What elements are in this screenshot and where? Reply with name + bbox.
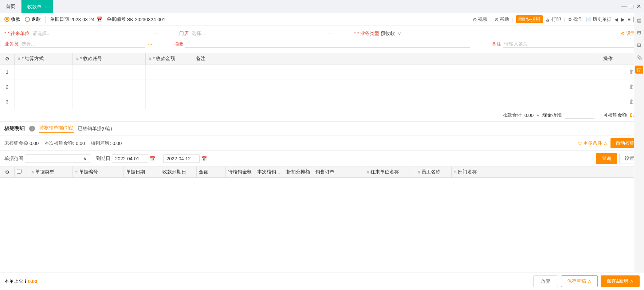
shortcut-icon: ⌨ — [518, 17, 525, 22]
sort-icon: ⇅ — [366, 170, 369, 174]
summary-input[interactable] — [185, 40, 470, 48]
save-draft-label: 保存草稿 ∧ — [567, 278, 592, 285]
td-amount-2[interactable] — [146, 79, 193, 94]
maximize-icon[interactable]: □ — [630, 3, 633, 10]
tab-home[interactable]: 首页 — [0, 0, 21, 13]
discount-input[interactable] — [565, 111, 594, 119]
calendar-from-icon[interactable]: 📅 — [150, 156, 156, 161]
help-action[interactable]: ⊙ 帮助 — [495, 16, 509, 23]
sidebar-icon-attach[interactable]: 📎 — [635, 53, 643, 61]
td-amount-3[interactable] — [146, 94, 193, 109]
delete-icon-3[interactable]: 🗑 — [629, 99, 634, 105]
th-gear[interactable]: ⚙ — [0, 54, 15, 64]
shortcut-action[interactable]: ⌨ 快捷键 — [516, 15, 543, 23]
toolbar-date-field: 单据日期 2023-03-24 📅 — [50, 16, 102, 23]
nav-left-icon[interactable]: ◀ — [614, 17, 618, 22]
calendar-icon[interactable]: 📅 — [96, 16, 102, 22]
history-action[interactable]: 📄 历史单据 — [586, 16, 612, 23]
discard-button[interactable]: 放弃 — [533, 275, 558, 287]
print-action[interactable]: 🖨 打印 — [546, 16, 561, 23]
verify-info-icon[interactable]: i — [29, 126, 35, 132]
video-icon: ⊙ — [473, 17, 477, 22]
store-more-icon[interactable]: ··· — [328, 31, 332, 36]
dth-pending-amount: 待核销金额 — [226, 166, 255, 177]
sidebar-icon-table[interactable]: ▤ — [635, 16, 643, 24]
dth-doc-type: ⇅ 单据类型 — [29, 166, 73, 177]
video-label: 视频 — [478, 16, 487, 23]
bottom-info-icon[interactable]: ℹ — [25, 279, 27, 284]
td-remarks-1[interactable] — [193, 64, 600, 79]
nav-right-icon[interactable]: ▶ — [621, 17, 625, 22]
dth-checkbox[interactable] — [15, 167, 29, 177]
toolbar-number-value[interactable]: SK-20230324-001 — [127, 17, 166, 22]
sort-icon: ⇅ — [75, 170, 78, 174]
sort-icon: ⇅ — [31, 170, 34, 174]
tab-receipt-close[interactable]: × — [44, 4, 47, 9]
due-date-label: 到期日 — [96, 155, 110, 162]
partner-input[interactable] — [31, 30, 150, 37]
partner-label: * 往来单位 — [4, 30, 30, 37]
sort-icon: ⇅ — [76, 57, 79, 61]
partner-more-icon[interactable]: ··· — [153, 31, 157, 36]
unchecked-value: 0.00 — [30, 141, 39, 146]
radio-refund[interactable]: 退款 — [25, 16, 41, 23]
more-conditions[interactable]: ▽ 更多条件 ∧ — [578, 140, 608, 146]
filter-right: 查询 设置 — [596, 153, 640, 164]
due-date-to-input[interactable] — [163, 154, 200, 163]
help-icon: ⊙ — [495, 17, 499, 22]
help-label: 帮助 — [500, 16, 509, 23]
td-settlement-1[interactable] — [15, 64, 73, 79]
dth-gear[interactable]: ⚙ — [0, 167, 15, 177]
td-settlement-3[interactable] — [15, 94, 73, 109]
sidebar-icon-list[interactable]: ⊟ — [635, 41, 643, 49]
save-draft-button[interactable]: 保存草稿 ∧ — [561, 275, 598, 287]
partner-field: * 往来单位 ··· — [4, 30, 157, 37]
range-filter-field: 单据范围 ∨ — [4, 154, 90, 163]
sidebar-icon-grid[interactable]: ⊞ — [635, 28, 643, 36]
save-new-button[interactable]: 保存&新增 ∧ — [601, 275, 640, 287]
query-button[interactable]: 查询 — [596, 153, 617, 164]
minimize-icon[interactable]: — — [621, 3, 627, 10]
td-settlement-2[interactable] — [15, 79, 73, 94]
dth-discount: 折扣分摊额 — [284, 166, 313, 177]
td-num-2: 2 — [0, 79, 15, 94]
operation-action[interactable]: ⚙ 操作 — [568, 16, 583, 23]
td-num-1: 1 — [0, 64, 15, 79]
salesperson-more-icon[interactable]: ··· — [148, 41, 152, 47]
calendar-to-icon[interactable]: 📅 — [201, 156, 207, 161]
business-type-dropdown-icon[interactable]: ∨ — [398, 31, 401, 36]
td-amount-1[interactable] — [146, 64, 193, 79]
remarks-input[interactable] — [503, 40, 640, 48]
radio-receipt[interactable]: 收款 — [4, 16, 20, 23]
td-account-1[interactable] — [73, 64, 146, 79]
delete-icon-2[interactable]: 🗑 — [629, 84, 634, 90]
td-remarks-3[interactable] — [193, 94, 600, 109]
bottom-prefix: 本单上欠 — [4, 278, 23, 285]
verify-stats: 未核销金额 0.00 本次核销金额: 0.00 核销差额: 0.00 ▽ 更多条… — [0, 136, 644, 151]
sort-icon: ⇅ — [417, 170, 420, 174]
current-stat: 本次核销金额: 0.00 — [44, 140, 85, 146]
radio-refund-label: 退款 — [31, 16, 41, 23]
print-label: 打印 — [551, 16, 561, 23]
receipt-table-area: ⚙ ⇅ * 结算方式 ⇅ * 收款账号 ⇅ * 收款金额 备注 操作 — [0, 53, 644, 122]
delete-icon-1[interactable]: 🗑 — [629, 69, 634, 75]
td-remarks-2[interactable] — [193, 79, 600, 94]
store-input[interactable] — [190, 30, 325, 37]
current-label: 本次核销金额: — [44, 140, 74, 146]
toolbar-date-value[interactable]: 2023-03-24 — [70, 17, 95, 22]
layout-list-icon[interactable]: ≡ — [628, 17, 631, 22]
summary-label: 摘要 — [174, 41, 184, 47]
verify-tab-done[interactable]: 已核销单据(0笔) — [78, 125, 112, 132]
toolbar-divider-1 — [45, 16, 46, 23]
range-select[interactable]: ∨ — [25, 154, 90, 163]
tab-receipt[interactable]: 收款单 × — [21, 0, 53, 13]
due-date-from-input[interactable] — [112, 154, 148, 163]
salesperson-input[interactable] — [20, 40, 145, 48]
sidebar-icon-expand[interactable]: ◱ — [635, 66, 643, 74]
td-account-3[interactable] — [73, 94, 146, 109]
close-icon[interactable]: ✕ — [636, 3, 641, 10]
select-all-checkbox[interactable] — [17, 169, 21, 174]
verify-tab-pending[interactable]: 待核销单据(0笔) — [39, 125, 74, 133]
td-account-2[interactable] — [73, 79, 146, 94]
video-action[interactable]: ⊙ 视频 — [473, 16, 487, 23]
